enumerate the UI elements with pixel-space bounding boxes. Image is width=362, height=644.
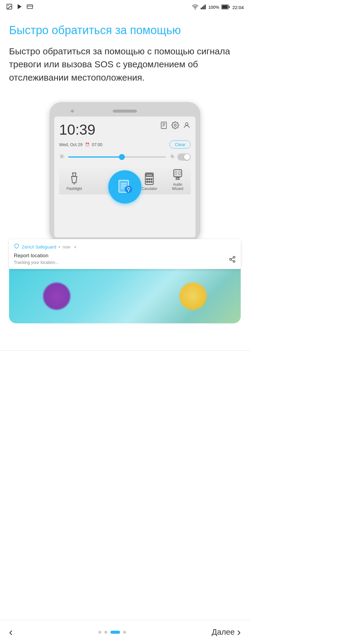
app-blob-2 — [179, 283, 207, 310]
settings-icon — [171, 121, 179, 130]
notif-title: Report location — [14, 253, 236, 259]
brightness-low-icon — [59, 154, 65, 161]
svg-line-32 — [174, 158, 174, 158]
svg-point-42 — [149, 181, 150, 182]
home-screen-bottom — [9, 269, 241, 323]
separator — [0, 351, 250, 351]
notes-icon — [160, 121, 168, 130]
lock-icons — [160, 121, 191, 130]
notif-expand-icon: ∧ — [74, 245, 77, 249]
phone-camera — [71, 110, 74, 113]
zenui-safeguard-icon[interactable] — [108, 170, 141, 203]
svg-line-23 — [63, 158, 64, 158]
phone-speaker — [113, 110, 137, 113]
svg-line-62 — [231, 258, 233, 259]
home-screen-area — [9, 269, 241, 323]
svg-point-19 — [61, 155, 63, 157]
svg-point-18 — [186, 123, 188, 125]
svg-point-40 — [151, 178, 152, 180]
svg-line-26 — [60, 158, 60, 158]
svg-point-60 — [233, 261, 235, 262]
svg-point-58 — [233, 256, 235, 258]
slider-fill — [68, 156, 122, 158]
calculator-icon-item[interactable]: Caculator — [142, 172, 157, 191]
svg-rect-9 — [205, 5, 206, 9]
image-icon — [6, 3, 13, 11]
main-content: Быстро обратиться за помощью Быстро обра… — [0, 14, 250, 102]
audio-wizard-label: AudioWizard — [172, 182, 183, 191]
flashlight-icon-item[interactable]: Flashlight — [66, 172, 82, 191]
auto-brightness-icon — [170, 154, 175, 160]
svg-point-5 — [195, 8, 195, 9]
quick-icons-area: Flashlight — [59, 165, 191, 194]
lock-screen-top: 10:39 — [59, 121, 191, 138]
status-time: 22:04 — [232, 5, 244, 10]
wifi-icon — [192, 5, 198, 10]
phone-container: 10:39 — [0, 102, 250, 242]
svg-point-43 — [151, 181, 152, 182]
svg-line-61 — [231, 260, 233, 261]
page-description: Быстро обратиться за помощью с помощью с… — [9, 45, 241, 84]
battery-icon — [221, 5, 230, 10]
alarm-icon: ⏰ — [85, 143, 90, 147]
flashlight-label: Flashlight — [66, 187, 82, 191]
page-title: Быстро обратиться за помощью — [9, 24, 241, 37]
toggle-track[interactable] — [177, 153, 191, 161]
brightness-slider — [59, 153, 191, 161]
notif-dot: • — [59, 244, 60, 249]
phone-top-bar — [54, 107, 195, 115]
share-icon[interactable] — [229, 256, 236, 265]
brightness-track[interactable] — [68, 156, 166, 158]
svg-point-38 — [147, 178, 148, 180]
card-icon — [27, 3, 33, 11]
svg-point-39 — [149, 178, 150, 180]
notification-card: ZenUI Safeguard • now ∧ Report location … — [9, 239, 241, 269]
svg-rect-6 — [201, 8, 202, 9]
svg-rect-7 — [202, 7, 203, 9]
svg-rect-37 — [146, 174, 153, 177]
svg-rect-13 — [161, 122, 166, 129]
svg-marker-2 — [18, 4, 22, 9]
notif-app-icon — [14, 243, 19, 250]
svg-line-22 — [60, 155, 60, 155]
phone-screen: 10:39 — [54, 117, 195, 237]
audio-wizard-icon-item[interactable]: AudioWizard — [172, 168, 183, 191]
svg-line-31 — [170, 155, 171, 155]
lock-time: 10:39 — [59, 121, 95, 138]
svg-rect-45 — [175, 171, 177, 175]
person-icon — [183, 121, 191, 130]
svg-point-17 — [174, 124, 176, 127]
calculator-label: Caculator — [142, 187, 157, 191]
auto-brightness — [170, 153, 191, 161]
signal-icon — [201, 5, 206, 10]
phone-mockup: 10:39 — [49, 102, 200, 242]
clear-button[interactable]: Clear — [170, 140, 191, 149]
svg-point-59 — [230, 258, 231, 260]
svg-point-41 — [147, 181, 148, 182]
alarm-time: 07:00 — [92, 142, 103, 147]
play-icon — [16, 3, 23, 11]
svg-rect-46 — [179, 171, 180, 175]
svg-rect-3 — [27, 5, 33, 9]
notif-time: now — [63, 245, 71, 249]
lock-date-row: Wed, Oct 29 ⏰ 07:00 Clear — [59, 140, 191, 149]
bottom-spacer — [0, 323, 250, 351]
notif-subtitle: Tracking your location... — [14, 260, 236, 265]
svg-rect-8 — [203, 5, 205, 9]
svg-line-27 — [63, 155, 64, 155]
notification-header: ZenUI Safeguard • now ∧ — [14, 243, 236, 250]
slider-thumb — [119, 154, 125, 160]
battery-level: 100% — [208, 5, 219, 10]
lock-screen: 10:39 — [54, 117, 195, 237]
lock-date: Wed, Oct 29 — [59, 142, 83, 147]
svg-point-28 — [171, 155, 173, 157]
toggle-thumb — [184, 154, 190, 160]
notif-app-name: ZenUI Safeguard — [22, 244, 56, 249]
svg-rect-12 — [229, 6, 230, 8]
app-blob-1 — [43, 283, 70, 310]
svg-rect-11 — [222, 5, 228, 9]
status-bar: 100% 22:04 — [0, 0, 250, 14]
status-bar-right: 100% 22:04 — [192, 5, 244, 10]
status-bar-left — [6, 3, 33, 11]
svg-point-1 — [8, 5, 9, 6]
